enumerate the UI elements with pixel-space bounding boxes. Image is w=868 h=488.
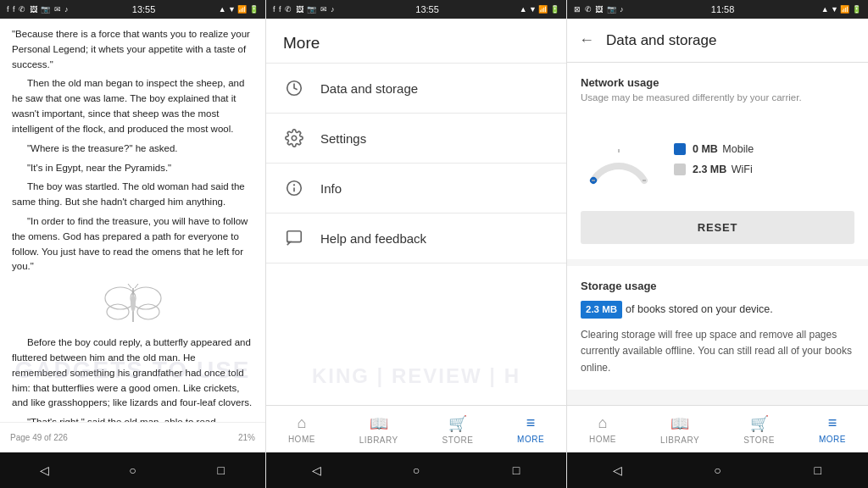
- menu-label-settings: Settings: [320, 131, 366, 146]
- storage-more-label: MORE: [819, 435, 846, 444]
- svg-point-9: [292, 136, 297, 141]
- wifi-legend-item: 2.3 MB WiFi: [674, 164, 754, 175]
- menu-item-data-storage[interactable]: Data and storage: [266, 64, 566, 113]
- reader-status-bar: f f ✆ 🖼 📷 ✉ ♪ 13:55 ▲ ▼ 📶 🔋: [0, 0, 265, 19]
- store-icon: 🛒: [448, 414, 467, 433]
- reset-button[interactable]: RESET: [581, 211, 854, 244]
- bottom-nav-store[interactable]: 🛒 STORE: [436, 411, 481, 448]
- bottom-nav-store-label: STORE: [442, 435, 474, 445]
- storage-home-label: HOME: [589, 435, 616, 444]
- panel-menu: f f ✆ 🖼 📷 ✉ ♪ 13:55 ▲ ▼ 📶 🔋 More Data an…: [266, 0, 567, 488]
- menu-status-bar: f f ✆ 🖼 📷 ✉ ♪ 13:55 ▲ ▼ 📶 🔋: [266, 0, 566, 19]
- menu-nav-bar: ◁ ○ □: [266, 452, 566, 488]
- menu-item-info[interactable]: Info: [266, 164, 566, 213]
- storage-body: Network usage Usage may be measured diff…: [567, 63, 868, 405]
- reader-nav-bar: ◁ ○ □: [0, 452, 265, 488]
- page-percent: 21%: [238, 433, 255, 442]
- storage-store-label: STORE: [743, 435, 775, 445]
- home-nav-btn-2[interactable]: ○: [408, 462, 425, 479]
- info-icon: [283, 177, 305, 199]
- storage-bottom-home[interactable]: ⌂ HOME: [582, 411, 623, 447]
- svg-line-6: [135, 284, 138, 288]
- storage-usage-title: Storage usage: [581, 280, 854, 292]
- back-nav-btn-2[interactable]: ◁: [308, 462, 325, 479]
- home-nav-btn-3[interactable]: ○: [709, 462, 726, 479]
- wifi-value: 2.3 MB WiFi: [693, 164, 753, 175]
- network-usage-section: Network usage Usage may be measured diff…: [567, 63, 868, 259]
- storage-store-icon: 🛒: [750, 414, 769, 433]
- page-info: Page 49 of 226: [10, 433, 68, 442]
- menu-label-data-storage: Data and storage: [320, 81, 418, 96]
- network-gauge: [581, 121, 657, 197]
- chat-icon: [283, 227, 305, 249]
- butterfly-image: [99, 280, 167, 330]
- svg-line-5: [128, 284, 131, 288]
- reader-para-3: "It's in Egypt, near the Pyramids.": [12, 161, 253, 176]
- storage-size-text: 2.3 MBof books stored on your device.: [581, 301, 854, 319]
- square-nav-btn-2[interactable]: □: [508, 462, 525, 479]
- home-nav-btn[interactable]: ○: [124, 462, 141, 479]
- storage-usage-section: Storage usage 2.3 MBof books stored on y…: [567, 266, 868, 390]
- bottom-nav-library-label: LIBRARY: [359, 435, 398, 445]
- menu-spacer: KING | REVIEW | H: [266, 263, 566, 405]
- menu-label-help: Help and feedback: [320, 231, 426, 246]
- svg-point-7: [131, 295, 136, 312]
- reader-body: "Because there is a force that wants you…: [0, 19, 265, 422]
- reader-para-6: Before the boy could reply, a butterfly …: [12, 336, 253, 411]
- clock-icon: [283, 77, 305, 99]
- storage-bottom-store[interactable]: 🛒 STORE: [737, 411, 782, 448]
- storage-more-icon: ≡: [828, 414, 837, 432]
- square-nav-btn-3[interactable]: □: [810, 462, 826, 479]
- reader-status-icons: f f ✆ 🖼 📷 ✉ ♪: [7, 5, 70, 14]
- wifi-dot: [674, 164, 686, 175]
- storage-page-title: Data and storage: [606, 32, 716, 49]
- storage-status-time: 11:58: [711, 4, 735, 14]
- reader-para-7: "That's right," said the old man, able t…: [12, 415, 253, 422]
- storage-bottom-library[interactable]: 📖 LIBRARY: [654, 411, 706, 448]
- bottom-nav-more[interactable]: ≡ MORE: [510, 411, 551, 447]
- storage-clear-text: Clearing storage will free up space and …: [581, 327, 854, 376]
- bottom-nav-library[interactable]: 📖 LIBRARY: [353, 411, 405, 448]
- storage-library-label: LIBRARY: [660, 435, 699, 445]
- storage-bottom-more[interactable]: ≡ MORE: [812, 411, 853, 447]
- svg-point-2: [107, 304, 129, 319]
- reader-signal: ▲ ▼ 📶 🔋: [219, 5, 259, 14]
- gauge-svg: [581, 121, 657, 197]
- svg-point-3: [137, 304, 159, 319]
- menu-bottom-nav: ⌂ HOME 📖 LIBRARY 🛒 STORE ≡ MORE: [266, 405, 566, 452]
- panel-reader: f f ✆ 🖼 📷 ✉ ♪ 13:55 ▲ ▼ 📶 🔋 "Because the…: [0, 0, 266, 488]
- reader-footer: Page 49 of 226 21%: [0, 422, 265, 452]
- square-nav-btn[interactable]: □: [213, 462, 230, 479]
- library-icon: 📖: [370, 414, 388, 433]
- svg-rect-13: [287, 231, 302, 242]
- gauge-row: 0 MB Mobile 2.3 MB WiFi: [581, 114, 854, 201]
- storage-library-icon: 📖: [670, 414, 689, 433]
- reader-status-time: 13:55: [132, 4, 156, 14]
- reader-para-4: The boy was startled. The old woman had …: [12, 180, 253, 210]
- mobile-dot: [674, 143, 686, 155]
- back-nav-btn-3[interactable]: ◁: [609, 462, 626, 479]
- back-nav-btn[interactable]: ◁: [36, 462, 53, 479]
- storage-toolbar: ← Data and storage: [567, 19, 868, 63]
- watermark-2: KING | REVIEW | H: [266, 364, 566, 388]
- back-button[interactable]: ←: [579, 31, 594, 49]
- reader-para-5: "In order to find the treasure, you will…: [12, 214, 253, 274]
- storage-home-icon: ⌂: [598, 414, 608, 432]
- menu-label-info: Info: [320, 181, 342, 196]
- reader-para-0: "Because there is a force that wants you…: [12, 27, 253, 72]
- gear-icon: [283, 127, 305, 149]
- storage-nav-bar: ◁ ○ □: [567, 452, 868, 488]
- bottom-nav-more-label: MORE: [517, 435, 544, 444]
- reader-para-2: "Where is the treasure?" he asked.: [12, 141, 253, 157]
- panel-storage: ⊠ ✆ 🖼 📷 ♪ 11:58 ▲ ▼ 📶 🔋 ← Data and stora…: [567, 0, 868, 488]
- bottom-nav-home[interactable]: ⌂ HOME: [281, 411, 322, 447]
- mobile-legend-item: 0 MB Mobile: [674, 143, 754, 155]
- menu-header-title: More: [266, 19, 566, 63]
- menu-status-time: 13:55: [415, 4, 439, 14]
- network-usage-title: Network usage: [581, 76, 854, 89]
- storage-bottom-nav: ⌂ HOME 📖 LIBRARY 🛒 STORE ≡ MORE: [567, 405, 868, 452]
- reader-para-1: Then the old man began to inspect the sh…: [12, 76, 253, 136]
- menu-item-help[interactable]: Help and feedback: [266, 214, 566, 263]
- menu-item-settings[interactable]: Settings: [266, 114, 566, 163]
- gauge-legend: 0 MB Mobile 2.3 MB WiFi: [674, 143, 754, 175]
